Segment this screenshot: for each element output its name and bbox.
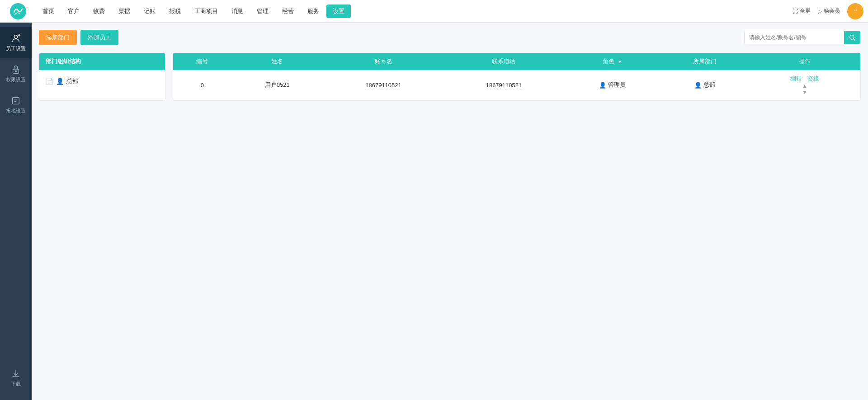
nav-item-收费[interactable]: 收费 [87,5,111,18]
svg-point-3 [854,9,855,9]
nav-item-记账[interactable]: 记账 [137,5,162,18]
search-button[interactable] [844,31,860,44]
top-nav: 首页客户收费票据记账报税工商项目消息管理经营服务设置 ⛶ 全屏 ▷ 畅会员 [0,0,868,23]
nav-item-首页[interactable]: 首页 [36,5,61,18]
sidebar-download-button[interactable]: 下载 [0,363,32,393]
sidebar: 员工设置 权限设置 报税设置 下载 [0,23,32,400]
cell-phone: 18679110521 [443,70,564,100]
svg-point-4 [856,9,857,9]
sidebar-item-employee-label: 员工设置 [6,45,26,52]
svg-point-1 [853,7,858,12]
scroll-arrows[interactable]: ▲▼ [755,83,855,95]
nav-item-报税[interactable]: 报税 [163,5,187,18]
nav-right: ⛶ 全屏 ▷ 畅会员 [793,3,863,19]
cell-name: 用户0521 [231,70,323,100]
content-area: 添加部门 添加员工 部门组织结构 📄 👤 [32,23,868,400]
col-name: 姓名 [231,53,323,70]
transfer-link[interactable]: 交接 [807,75,819,82]
nav-item-票据[interactable]: 票据 [112,5,137,18]
col-id: 编号 [173,53,231,70]
dept-tree: 部门组织结构 📄 👤 总部 [39,52,165,101]
dept-tree-header: 部门组织结构 [39,53,165,70]
col-dept: 所属部门 [660,53,749,70]
cell-account: 18679110521 [323,70,443,100]
add-dept-button[interactable]: 添加部门 [39,30,77,45]
nav-item-服务[interactable]: 服务 [301,5,326,18]
avatar[interactable] [847,3,863,19]
employee-area: 部门组织结构 📄 👤 总部 编号 [39,52,861,101]
edit-link[interactable]: 编辑 [790,75,802,82]
svg-point-9 [15,71,17,72]
svg-point-13 [850,35,854,39]
file-icon: 📄 [46,78,53,85]
sidebar-item-permissions[interactable]: 权限设置 [0,58,32,89]
dept-item-general[interactable]: 📄 👤 总部 [44,75,160,88]
search-input[interactable] [745,32,844,43]
nav-item-设置[interactable]: 设置 [326,5,351,18]
nav-item-管理[interactable]: 管理 [250,5,275,18]
sidebar-bottom: 下载 [0,363,32,400]
svg-line-14 [854,39,855,41]
nav-item-工商项目[interactable]: 工商项目 [188,5,224,18]
search-icon [849,34,856,41]
cell-dept: 👤 总部 [660,70,749,100]
cell-actions: 编辑 交接 ▲▼ [749,70,860,100]
sidebar-download-label: 下载 [11,381,21,387]
nav-item-消息[interactable]: 消息 [225,5,250,18]
vip-label: 畅会员 [824,7,840,15]
col-account: 账号名 [323,53,443,70]
fullscreen-label: 全屏 [800,7,811,15]
col-role: 角色 ▼ [564,53,661,70]
vip-icon: ▷ [818,8,822,14]
dept-user-icon: 👤 [56,78,64,85]
search-area [744,31,861,44]
sidebar-item-tax-label: 报税设置 [6,108,26,114]
vip-button[interactable]: ▷ 畅会员 [818,7,840,15]
role-sort-icon[interactable]: ▼ [618,60,622,64]
dept-item-label: 总部 [66,77,78,85]
col-phone: 联系电话 [443,53,564,70]
add-emp-button[interactable]: 添加员工 [80,30,118,45]
nav-item-客户[interactable]: 客户 [61,5,86,18]
employee-table: 编号 姓名 账号名 联系电话 角 [173,53,860,100]
svg-rect-10 [13,98,19,104]
cell-role: 👤 管理员 [564,70,661,100]
fullscreen-icon: ⛶ [793,8,798,14]
logo [5,3,32,19]
sidebar-item-permissions-label: 权限设置 [6,76,26,83]
cell-id: 0 [173,70,231,100]
dept-badge-icon: 👤 [694,82,702,89]
table-row: 0 用户0521 18679110521 18679110521 👤 管理员 👤… [173,70,860,100]
svg-point-2 [851,13,859,18]
col-action: 操作 [749,53,860,70]
nav-menu: 首页客户收费票据记账报税工商项目消息管理经营服务设置 [36,5,793,18]
sidebar-item-employee[interactable]: 员工设置 [0,27,32,58]
employee-table-wrapper: 编号 姓名 账号名 联系电话 角 [173,52,861,101]
dept-tree-body: 📄 👤 总部 [39,70,165,93]
main-layout: 员工设置 权限设置 报税设置 下载 [0,23,868,400]
fullscreen-button[interactable]: ⛶ 全屏 [793,7,811,15]
sidebar-item-tax[interactable]: 报税设置 [0,89,32,121]
nav-item-经营[interactable]: 经营 [276,5,300,18]
table-header-row: 编号 姓名 账号名 联系电话 角 [173,53,860,70]
svg-point-5 [14,35,17,38]
role-user-icon: 👤 [599,82,606,89]
toolbar: 添加部门 添加员工 [39,30,861,45]
